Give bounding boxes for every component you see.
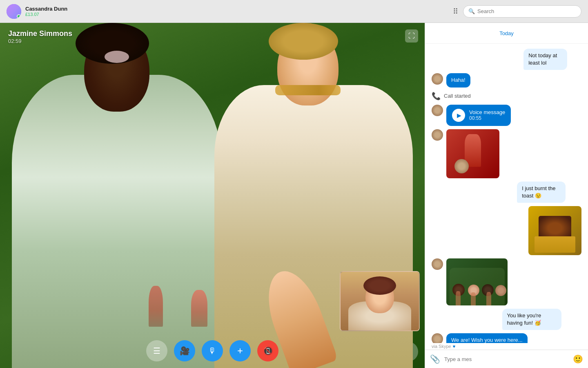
call-started-text: Call started [444, 93, 471, 99]
video-area: Jazmine Simmons 02:59 ⛶ ☰ [0, 23, 425, 368]
play-icon: ▶ [457, 112, 461, 119]
chat-input[interactable] [444, 356, 569, 362]
microphone-icon: 🎙 [208, 346, 216, 356]
voice-message-info: Voice message 00:55 [469, 109, 505, 121]
chat-date: Today [499, 30, 514, 36]
chat-image-toast[interactable] [528, 206, 581, 255]
camera-button[interactable]: 🎥 [174, 340, 195, 361]
list-item: Not today at least lol [523, 49, 581, 70]
list-item: I just burnt the toast 😟 [517, 182, 581, 203]
topbar: Cassandra Dunn £13.07 ⠿ 🔍 [0, 0, 588, 23]
voice-message-bubble[interactable]: ▶ Voice message 00:55 [446, 105, 511, 126]
add-participant-button[interactable]: + [229, 340, 251, 361]
list-item: ▶ Voice message 00:55 [432, 105, 581, 126]
message-bubble: Haha! [446, 73, 470, 87]
call-started-indicator: 📞 Call started [432, 91, 581, 101]
message-avatar [432, 73, 443, 85]
expand-icon: ⛶ [408, 32, 415, 40]
search-bar[interactable]: 🔍 [463, 5, 581, 18]
user-balance: £13.07 [25, 12, 67, 17]
message-bubble: We are! Wish you were here... [446, 333, 528, 343]
skype-via-label: via Skype ♥ [425, 343, 588, 350]
phone-icon: 📞 [432, 92, 441, 101]
menu-icon: ☰ [153, 346, 160, 356]
user-details: Cassandra Dunn £13.07 [25, 6, 67, 17]
skype-via-text: via Skype [432, 344, 451, 349]
search-icon: 🔍 [468, 8, 475, 14]
chat-panel: Today Not today at least lol Haha! 📞 Cal… [425, 23, 588, 368]
message-bubble: I just burnt the toast 😟 [517, 182, 565, 203]
add-icon: + [237, 345, 243, 357]
message-bubble: You like you're having fun! 🥳 [502, 309, 562, 330]
microphone-button[interactable]: 🎙 [202, 340, 223, 361]
list-item: We are! Wish you were here... [432, 333, 581, 343]
call-contact-name: Jazmine Simmons [8, 29, 72, 38]
message-avatar [432, 258, 443, 270]
list-item [432, 129, 581, 178]
user-info-section: Cassandra Dunn £13.07 [7, 4, 453, 19]
search-input[interactable] [477, 8, 576, 14]
chat-image-group[interactable] [446, 258, 508, 305]
list-item: Haha! [432, 73, 581, 87]
chat-input-area: 📎 🙂 [425, 350, 588, 368]
user-name: Cassandra Dunn [25, 6, 67, 12]
camera-icon: 🎥 [180, 346, 190, 356]
play-button[interactable]: ▶ [452, 109, 465, 122]
message-bubble: Not today at least lol [523, 49, 567, 70]
message-avatar [432, 333, 443, 343]
menu-button[interactable]: ☰ [146, 340, 167, 361]
chat-header: Today [425, 23, 588, 44]
voice-message-label: Voice message [469, 109, 505, 115]
list-item: You like you're having fun! 🥳 [502, 309, 582, 330]
grid-icon[interactable]: ⠿ [453, 7, 458, 16]
end-call-icon: 📵 [263, 346, 273, 356]
chat-image-wine[interactable] [446, 129, 499, 178]
call-contact-info: Jazmine Simmons 02:59 [8, 29, 72, 44]
end-call-button[interactable]: 📵 [257, 340, 278, 361]
list-item [528, 206, 581, 255]
pip-video [340, 271, 420, 331]
skype-heart-icon: ♥ [453, 344, 456, 349]
call-controls: ☰ 🎥 🎙 + 📵 [146, 340, 278, 361]
message-avatar [432, 105, 443, 116]
list-item [432, 258, 581, 305]
main-content: Jazmine Simmons 02:59 ⛶ ☰ [0, 23, 588, 368]
message-avatar [432, 129, 443, 141]
attach-button[interactable]: 📎 [430, 354, 440, 364]
status-indicator [17, 14, 21, 18]
emoji-button[interactable]: 🙂 [573, 354, 583, 364]
expand-button[interactable]: ⛶ [405, 29, 418, 43]
avatar[interactable] [7, 4, 21, 19]
call-duration: 02:59 [8, 38, 72, 44]
chat-messages[interactable]: Not today at least lol Haha! 📞 Call star… [425, 44, 588, 343]
voice-message-duration: 00:55 [469, 115, 505, 121]
